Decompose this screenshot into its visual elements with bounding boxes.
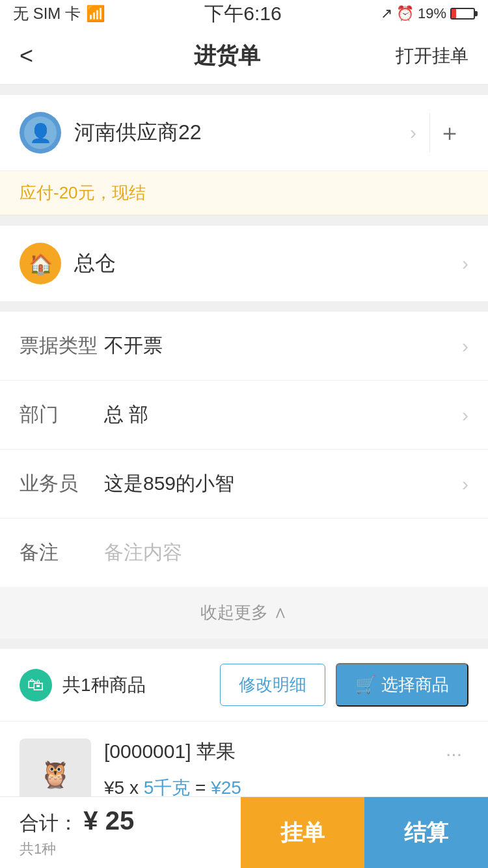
products-count: 共1种商品 [62, 673, 220, 698]
remark-label: 备注 [20, 539, 104, 566]
product-name: [0000001] 苹果 [104, 739, 439, 765]
collapse-button[interactable]: 收起更多 ∧ [0, 587, 488, 638]
total-label: 合计： ¥ 25 [20, 806, 221, 837]
products-header: 🛍 共1种商品 修改明细 🛒 选择商品 [0, 649, 488, 722]
settle-button[interactable]: 结算 [364, 797, 488, 868]
salesman-chevron-icon: › [462, 473, 468, 495]
bottom-bar: 合计： ¥ 25 共1种 挂单 结算 [0, 796, 488, 868]
nav-bar: < 进货单 打开挂单 [0, 27, 488, 85]
page-title: 进货单 [194, 41, 260, 71]
open-hang-button[interactable]: 打开挂单 [396, 44, 468, 68]
battery-label: 19% [418, 5, 446, 22]
salesman-label: 业务员 [20, 470, 104, 497]
supplier-card: 👤 河南供应商22 › ＋ 应付-20元，现结 [0, 95, 488, 215]
section-divider-1 [0, 85, 488, 95]
warehouse-row[interactable]: 🏠 总仓 › [0, 226, 488, 301]
product-info: [0000001] 苹果 ¥5 x 5千克 = ¥25 [104, 739, 439, 800]
hang-button[interactable]: 挂单 [241, 797, 364, 868]
remark-input[interactable]: 备注内容 [104, 539, 468, 566]
department-label: 部门 [20, 401, 104, 428]
alarm-icon: ⏰ [396, 5, 414, 22]
section-divider-4 [0, 638, 488, 649]
total-sub-label: 共1种 [20, 839, 221, 859]
department-chevron-icon: › [462, 404, 468, 426]
total-section: 合计： ¥ 25 共1种 [0, 797, 241, 868]
salesman-value: 这是859的小智 [104, 470, 462, 497]
battery-icon [450, 8, 475, 20]
product-total: ¥25 [211, 778, 241, 798]
warehouse-name: 总仓 [74, 249, 462, 278]
select-product-label: 选择商品 [381, 673, 449, 696]
notice-bar: 应付-20元，现结 [0, 171, 488, 215]
warehouse-icon: 🏠 [20, 243, 61, 284]
department-row[interactable]: 部门 总 部 › [0, 381, 488, 450]
total-amount: ¥ 25 [83, 806, 134, 835]
status-bar: 无 SIM 卡 📶 下午6:16 ↗ ⏰ 19% [0, 0, 488, 27]
select-product-button[interactable]: 🛒 选择商品 [336, 663, 468, 707]
status-bar-right: ↗ ⏰ 19% [381, 5, 475, 22]
location-icon: ↗ [381, 5, 392, 22]
products-icon: 🛍 [20, 669, 52, 701]
time-label: 下午6:16 [204, 1, 281, 27]
add-supplier-button[interactable]: ＋ [429, 113, 468, 152]
ticket-type-value: 不开票 [104, 332, 462, 359]
supplier-row[interactable]: 👤 河南供应商22 › ＋ [0, 95, 488, 171]
product-more-button[interactable]: ··· [439, 739, 468, 768]
supplier-chevron-icon: › [410, 122, 416, 144]
warehouse-chevron-icon: › [462, 252, 468, 275]
form-card: 票据类型 不开票 › 部门 总 部 › 业务员 这是859的小智 › 备注 备注… [0, 312, 488, 587]
warehouse-card: 🏠 总仓 › [0, 226, 488, 301]
ticket-type-chevron-icon: › [462, 335, 468, 357]
ticket-type-row[interactable]: 票据类型 不开票 › [0, 312, 488, 381]
section-divider-2 [0, 215, 488, 226]
collapse-label: 收起更多 ∧ [200, 601, 287, 624]
carrier-label: 无 SIM 卡 [13, 3, 81, 24]
supplier-avatar: 👤 [20, 112, 61, 154]
wifi-icon: 📶 [86, 5, 105, 23]
back-button[interactable]: < [20, 42, 59, 70]
product-qty: 5千克 [144, 778, 191, 798]
department-value: 总 部 [104, 401, 462, 428]
supplier-name: 河南供应商22 [74, 118, 410, 147]
salesman-row[interactable]: 业务员 这是859的小智 › [0, 450, 488, 519]
avatar-icon: 👤 [29, 122, 52, 144]
status-bar-left: 无 SIM 卡 📶 [13, 3, 105, 24]
ticket-type-label: 票据类型 [20, 332, 104, 359]
edit-detail-button[interactable]: 修改明细 [220, 664, 325, 706]
remark-row[interactable]: 备注 备注内容 [0, 519, 488, 587]
section-divider-3 [0, 301, 488, 312]
cart-icon: 🛒 [355, 675, 376, 695]
